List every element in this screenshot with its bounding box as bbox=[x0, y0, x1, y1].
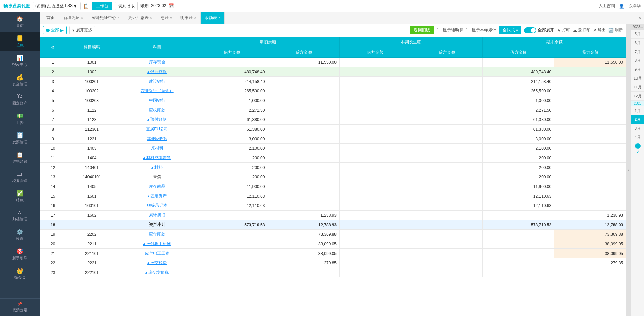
tab-general-ledger[interactable]: 总账 × bbox=[156, 12, 177, 24]
ob-debit: 3,000.00 bbox=[196, 134, 268, 144]
cloud-print-button[interactable]: ☁ 云打印 bbox=[573, 27, 590, 33]
subject-name-cell[interactable]: ▴ 预付账款 bbox=[118, 115, 196, 125]
balance-table-wrapper[interactable]: ⚙ 科目编码 科目 期初余额 本期发生额 期末余额 借方金额 贷方金额 借方金额 bbox=[40, 37, 626, 316]
subject-name-cell[interactable]: 其他应收款 bbox=[118, 134, 196, 144]
sidebar-item-closing[interactable]: ✅ 结账 bbox=[0, 187, 40, 206]
month-9[interactable]: 9月 bbox=[631, 65, 644, 74]
subject-name-cell[interactable]: ▴ 应付职工薪酬 bbox=[118, 239, 196, 249]
ob-debit: 61,380.00 bbox=[196, 115, 268, 125]
month-8[interactable]: 8月 bbox=[631, 56, 644, 65]
subject-name-cell[interactable]: 应付职工工资 bbox=[118, 249, 196, 258]
month-12[interactable]: 12月 bbox=[631, 92, 644, 101]
sidebar-item-member[interactable]: 👑 畅会员 bbox=[0, 264, 40, 284]
month-6[interactable]: 6月 bbox=[631, 39, 644, 47]
cb-debit: 214,158.40 bbox=[483, 77, 554, 86]
subject-name-cell[interactable]: 库存商品 bbox=[118, 182, 196, 191]
cb-debit bbox=[483, 230, 554, 239]
print-button[interactable]: 🖨 打印 bbox=[557, 27, 570, 33]
sidebar-item-payroll[interactable]: 💵 工资 bbox=[0, 109, 40, 129]
tab-voucher-summary[interactable]: 凭证汇总表 × bbox=[124, 12, 156, 24]
filter-button[interactable]: 全部 ▶ bbox=[43, 26, 67, 34]
tab-general-ledger-close[interactable]: × bbox=[170, 16, 172, 20]
export-button[interactable]: ↗ 导出 bbox=[593, 27, 606, 33]
sidebar-item-home[interactable]: 🏠 首页 bbox=[0, 12, 40, 32]
toggle-date-sidebar[interactable]: ‹ bbox=[626, 24, 631, 316]
sidebar-item-reports[interactable]: 📊 报表中心 bbox=[0, 51, 40, 71]
cur-credit bbox=[411, 67, 483, 77]
tab-add-voucher[interactable]: 新增凭证 × bbox=[59, 12, 87, 24]
close-all-tabs[interactable]: × bbox=[638, 15, 641, 21]
tab-voucher-summary-close[interactable]: × bbox=[150, 16, 152, 20]
subject-name-cell[interactable]: ▴ 应交税费 bbox=[118, 258, 196, 268]
sidebar-item-archive[interactable]: 🗂 归档管理 bbox=[0, 206, 40, 225]
subject-name-cell[interactable]: ▴ 材料成本差异 bbox=[118, 153, 196, 163]
subject-name-cell[interactable]: ▴ 银行存款 bbox=[118, 67, 196, 77]
tab-smart-voucher[interactable]: 智能凭证中心 × bbox=[87, 12, 124, 24]
consult-button[interactable]: 人工咨询 bbox=[599, 3, 615, 9]
subject-name-cell[interactable]: 库存现金 bbox=[118, 58, 196, 67]
subject-name-cell[interactable]: 中国银行 bbox=[118, 96, 196, 105]
sidebar-item-assets[interactable]: 🏗 固定资产 bbox=[0, 90, 40, 109]
show-aux-input[interactable] bbox=[437, 28, 441, 32]
switch-version-button[interactable]: 切到旧版 bbox=[115, 2, 138, 10]
expand-button[interactable]: ▾ 展开更多 bbox=[69, 26, 95, 34]
month-10[interactable]: 10月 bbox=[631, 74, 644, 83]
col-settings-header[interactable]: ⚙ bbox=[40, 37, 66, 58]
sidebar-item-funds[interactable]: 💰 资金管理 bbox=[0, 71, 40, 90]
subject-name-cell[interactable]: 原材料 bbox=[118, 144, 196, 153]
show-aux-checkbox[interactable]: 显示辅助算 bbox=[437, 27, 463, 33]
year-label-prev[interactable]: 2023... bbox=[631, 24, 644, 30]
refresh-button[interactable]: 🔄 刷新 bbox=[608, 27, 623, 33]
tab-detail-ledger[interactable]: 明细账 × bbox=[176, 12, 201, 24]
tab-home[interactable]: 首页 bbox=[42, 12, 59, 24]
subject-name-cell[interactable]: 联提录记本 bbox=[118, 201, 196, 211]
sidebar-item-purchase[interactable]: 📋 进销台账 bbox=[0, 148, 40, 168]
cur-credit bbox=[411, 220, 483, 230]
cb-credit bbox=[554, 144, 626, 153]
subject-name-cell[interactable]: 累计折旧 bbox=[118, 211, 196, 220]
copy-icon[interactable]: 📋 bbox=[83, 3, 89, 9]
month-2[interactable]: 2月 bbox=[631, 115, 644, 124]
export-icon: ↗ bbox=[593, 28, 597, 33]
subject-name-cell[interactable]: 建设银行 bbox=[118, 77, 196, 86]
company-selector[interactable]: (勿删) 江西股圣-LSS ▾ bbox=[33, 2, 81, 10]
workbench-button[interactable]: 工作台 bbox=[92, 2, 112, 10]
tab-bar: 首页 新增凭证 × 智能凭证中心 × 凭证汇总表 × 总账 × 明细账 × bbox=[40, 12, 644, 24]
full-view-button[interactable]: 全账式 ▾ bbox=[499, 26, 521, 34]
sidebar-item-settings[interactable]: ⚙️ 设置 bbox=[0, 225, 40, 245]
sidebar-item-invoice[interactable]: 🧾 发票管理 bbox=[0, 129, 40, 148]
ob-debit: 2,100.00 bbox=[196, 144, 268, 153]
subject-name-cell[interactable]: 应收账款 bbox=[118, 105, 196, 115]
calendar-icon[interactable]: 📅 bbox=[169, 3, 174, 8]
show-ytd-input[interactable] bbox=[466, 28, 470, 32]
subject-name-cell[interactable]: 农业银行（黄金） bbox=[118, 86, 196, 96]
subject-name-cell[interactable]: 应付账款 bbox=[118, 230, 196, 239]
tab-add-voucher-close[interactable]: × bbox=[81, 16, 83, 20]
cur-credit bbox=[411, 239, 483, 249]
month-11[interactable]: 11月 bbox=[631, 83, 644, 92]
unpin-button[interactable]: 📌 取消固定 bbox=[0, 299, 40, 316]
month-1[interactable]: 1月 bbox=[631, 106, 644, 115]
year-label-current[interactable]: 2023 bbox=[631, 101, 644, 106]
expand-all-toggle[interactable]: 全部展开 bbox=[524, 27, 554, 33]
toggle-switch[interactable] bbox=[524, 27, 536, 33]
sidebar-item-guide[interactable]: 🎯 新手引导 bbox=[0, 245, 40, 264]
month-5[interactable]: 5月 bbox=[631, 30, 644, 39]
return-old-button[interactable]: 返回旧版 bbox=[410, 26, 434, 34]
subject-name-cell[interactable]: 熹属EU公司 bbox=[118, 125, 196, 134]
subject-name-cell[interactable]: ▴ 应交增值税 bbox=[118, 268, 196, 277]
page-content: 全部 ▶ ▾ 展开更多 返回旧版 显示辅助算 bbox=[40, 24, 644, 316]
month-4[interactable]: 4月 bbox=[631, 133, 644, 142]
tab-balance[interactable]: 余额表 × bbox=[201, 12, 225, 24]
sidebar-item-tax[interactable]: 🏛 税务管理 bbox=[0, 168, 40, 187]
tab-smart-voucher-close[interactable]: × bbox=[118, 16, 120, 20]
tab-detail-ledger-close[interactable]: × bbox=[194, 16, 196, 20]
tab-balance-close[interactable]: × bbox=[218, 16, 220, 20]
month-7[interactable]: 7月 bbox=[631, 47, 644, 56]
show-ytd-checkbox[interactable]: 显示本年累计 bbox=[466, 27, 496, 33]
subject-name-cell[interactable]: ▴ 固定资产 bbox=[118, 191, 196, 201]
month-3[interactable]: 3月 bbox=[631, 124, 644, 133]
subject-name-cell[interactable]: ▴ 材料 bbox=[118, 163, 196, 172]
sidebar-item-ledger[interactable]: 📒 总账 bbox=[0, 32, 40, 51]
row-no: 5 bbox=[40, 96, 66, 105]
